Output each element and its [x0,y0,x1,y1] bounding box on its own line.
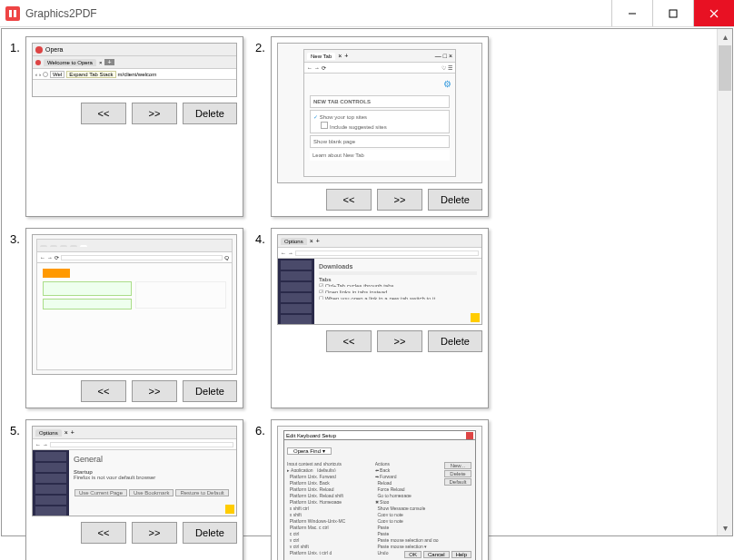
thumbnail-tile-1: 1. Opera Welcome to Opera×+ ‹›WelExpand … [25,36,243,217]
thumbnail-image[interactable]: ←→⟳Q [32,234,237,375]
titlebar: Graphics2PDF [0,0,734,27]
thumbnail-image[interactable]: Opera Welcome to Opera×+ ‹›WelExpand Tab… [32,43,237,97]
tile-number: 6. [255,424,265,437]
delete-button[interactable]: Delete [183,103,237,124]
move-forward-button[interactable]: >> [377,189,422,211]
scroll-up-arrow[interactable]: ▴ [718,29,732,44]
delete-button[interactable]: Delete [183,380,237,402]
move-back-button[interactable]: << [326,189,372,211]
thumbnail-image[interactable]: Edit Keyboard Setup Opera Find ▾ Input c… [277,426,482,560]
thumbnail-tile-4: 4. Options×+ ←→ Downloads Tabs ☑ Ctrl+Ta… [271,228,489,408]
svg-rect-1 [670,10,677,17]
scroll-down-arrow[interactable]: ▾ [718,520,732,535]
scroll-thumb[interactable] [719,45,731,91]
thumbnail-tile-5: 5. Options×+ ←→ General Startup Firefox … [25,419,243,560]
thumbnail-tile-3: 3. ←→⟳Q << >> De [25,228,243,408]
thumbnail-image[interactable]: New Tab×+— □ × ←→⟳♡☰ ⚙ NEW TAB CONTROLS … [277,43,482,183]
minimize-button[interactable] [611,0,652,26]
thumbnail-image[interactable]: Options×+ ←→ Downloads Tabs ☑ Ctrl+Tab c… [277,234,482,325]
tile-number: 2. [255,41,265,54]
delete-button[interactable]: Delete [428,330,482,352]
window-title: Graphics2PDF [25,7,611,20]
move-back-button[interactable]: << [81,103,126,124]
vertical-scrollbar[interactable]: ▴ ▾ [717,29,732,535]
move-back-button[interactable]: << [326,330,372,352]
thumbnail-image[interactable]: Options×+ ←→ General Startup Firefox is … [32,426,237,516]
move-back-button[interactable]: << [81,522,126,544]
tile-number: 1. [10,41,20,54]
move-forward-button[interactable]: >> [377,330,422,352]
delete-button[interactable]: Delete [428,189,482,211]
move-forward-button[interactable]: >> [132,522,177,544]
thumbnail-tile-6: 6. Edit Keyboard Setup Opera Find ▾ Inpu… [271,419,489,560]
tile-number: 3. [10,232,20,246]
close-button[interactable] [693,0,734,26]
tile-number: 4. [255,232,265,246]
maximize-button[interactable] [652,0,693,26]
move-forward-button[interactable]: >> [132,103,177,124]
thumbnail-tile-2: 2. New Tab×+— □ × ←→⟳♡☰ ⚙ NEW TAB CONTRO… [271,36,489,217]
tile-number: 5. [10,424,20,437]
move-back-button[interactable]: << [81,380,126,402]
app-icon [5,6,20,21]
move-forward-button[interactable]: >> [132,380,177,402]
delete-button[interactable]: Delete [183,522,237,544]
